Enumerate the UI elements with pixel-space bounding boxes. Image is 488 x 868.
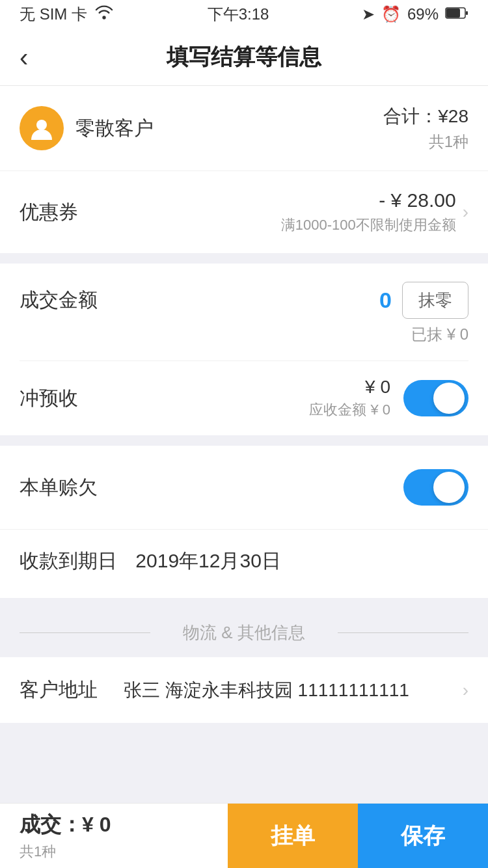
page-title: 填写结算等信息 [167,42,321,72]
address-row[interactable]: 客户地址 张三 海淀永丰科技园 11111111111 › [0,657,488,723]
prepay-right: ¥ 0 应收金额 ¥ 0 [309,377,468,420]
toggle-knob [433,383,465,414]
coupon-discount: - ¥ 28.00 [281,189,456,211]
coupon-right: - ¥ 28.00 满1000-100不限制使用金额 [281,189,456,235]
save-button[interactable]: 保存 [358,804,488,869]
address-label: 客户地址 [20,677,124,703]
due-date-value: 2019年12月30日 [135,550,280,571]
coupon-label: 优惠券 [20,199,78,226]
battery-text: 69% [407,5,439,23]
battery-icon [445,5,468,23]
deal-row: 成交金额 0 抹零 [0,264,488,324]
customer-row: 零散客户 合计：¥28 共1种 [0,86,488,170]
address-chevron-icon: › [463,680,468,701]
sep-line-left [20,632,150,633]
debt-toggle[interactable] [403,469,468,506]
bottom-deal-prefix: 成交： [20,813,82,836]
customer-avatar [20,106,64,150]
coupon-chevron-icon: › [463,202,468,223]
bottom-deal: 成交：¥ 0 [20,811,208,839]
svg-point-3 [36,120,47,130]
status-left: 无 SIM 卡 [20,4,115,25]
round-button[interactable]: 抹零 [402,282,468,319]
svg-rect-1 [446,8,460,18]
deal-section: 成交金额 0 抹零 已抹 ¥ 0 冲预收 ¥ 0 应收金额 ¥ 0 [0,264,488,435]
prepay-toggle[interactable] [403,380,468,416]
deal-right: 0 抹零 [379,282,468,319]
debt-toggle-knob [433,472,465,503]
sep-line-right [338,632,468,633]
prepay-row: 冲预收 ¥ 0 应收金额 ¥ 0 [0,361,488,435]
deal-label: 成交金额 [20,287,98,314]
logistics-label: 物流 & 其他信息 [183,621,305,644]
nav-bar: ‹ 填写结算等信息 [0,29,488,86]
bottom-count: 共1种 [20,842,208,861]
total-count: 共1种 [383,131,468,152]
address-section: 客户地址 张三 海淀永丰科技园 11111111111 › [0,657,488,723]
wifi-icon [94,5,115,23]
deal-sub: 已抹 ¥ 0 [0,324,488,360]
due-date-label: 收款到期日 [20,550,117,571]
address-value: 张三 海淀永丰科技园 11111111111 [124,678,456,703]
alarm-icon: ⏰ [381,5,401,23]
customer-section: 零散客户 合计：¥28 共1种 优惠券 - ¥ 28.00 满1000-100不… [0,86,488,253]
carrier-text: 无 SIM 卡 [20,4,87,25]
debt-section: 本单赊欠 收款到期日 2019年12月30日 [0,446,488,598]
status-right: ➤ ⏰ 69% [362,5,468,23]
prepay-values: ¥ 0 应收金额 ¥ 0 [309,377,390,420]
prepay-sub: 应收金额 ¥ 0 [309,400,390,420]
svg-rect-2 [466,11,468,15]
status-bar: 无 SIM 卡 下午3:18 ➤ ⏰ 69% [0,0,488,29]
hang-sale-button[interactable]: 挂单 [228,804,358,869]
coupon-description: 满1000-100不限制使用金额 [281,215,456,235]
prepay-amount: ¥ 0 [309,377,390,398]
back-button[interactable]: ‹ [20,44,28,70]
customer-left: 零散客户 [20,106,154,150]
location-icon: ➤ [362,5,375,23]
debt-label: 本单赊欠 [20,474,98,501]
customer-total: 合计：¥28 共1种 [383,104,468,152]
customer-name: 零散客户 [75,115,154,142]
due-date-row: 收款到期日 2019年12月30日 [0,529,488,598]
total-amount: 合计：¥28 [383,104,468,129]
bottom-deal-amount: ¥ 0 [82,813,111,836]
prepay-label: 冲预收 [20,385,78,412]
coupon-row[interactable]: 优惠券 - ¥ 28.00 满1000-100不限制使用金额 › [0,170,488,253]
status-time: 下午3:18 [208,4,269,25]
deal-value: 0 [379,288,392,313]
bottom-bar: 成交：¥ 0 共1种 挂单 保存 [0,803,488,868]
logistics-separator: 物流 & 其他信息 [0,608,488,657]
bottom-summary: 成交：¥ 0 共1种 [0,811,228,861]
debt-row: 本单赊欠 [0,446,488,529]
